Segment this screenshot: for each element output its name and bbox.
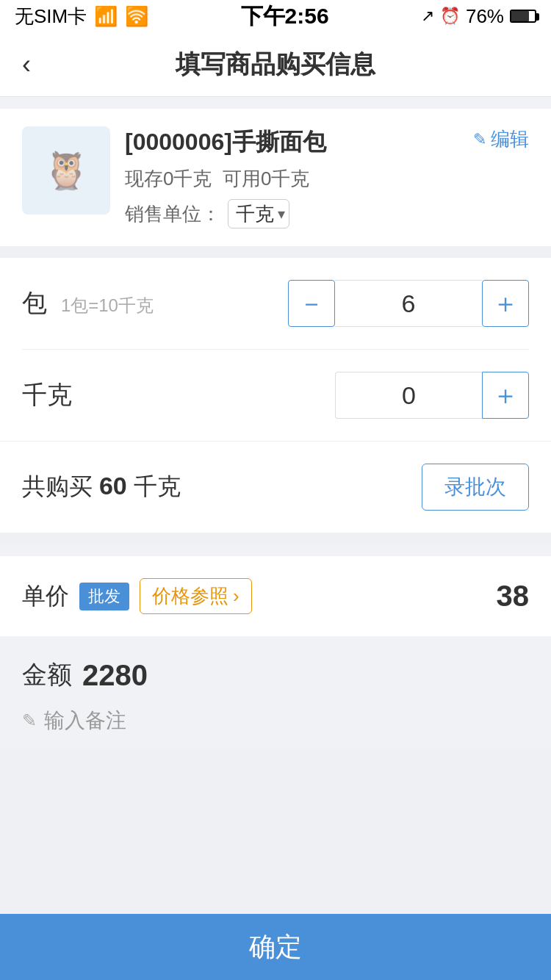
carrier-text: 无SIM卡 (15, 4, 87, 29)
back-button[interactable]: ‹ (22, 49, 31, 80)
price-value: 38 (497, 580, 530, 613)
edit-icon: ✎ (473, 130, 486, 149)
price-section: 单价 批发 价格参照 › 38 (0, 556, 551, 636)
bag-quantity-input[interactable] (335, 280, 482, 327)
price-ref-label: 价格参照 (152, 583, 228, 609)
product-image: 🦉 (22, 126, 110, 215)
amount-section: 金额 2280 ✎ 输入备注 (0, 636, 551, 749)
amount-label: 金额 (22, 658, 72, 692)
page-title: 填写商品购买信息 (176, 48, 375, 82)
kg-quantity-input[interactable] (335, 372, 482, 419)
product-name: [0000006]手撕面包 (125, 126, 529, 159)
battery-text: 76% (466, 5, 504, 28)
status-time: 下午2:56 (241, 1, 329, 32)
bag-hint: 1包=10千克 (61, 295, 154, 315)
kg-increment-button[interactable]: ＋ (482, 372, 529, 419)
nav-bar: ‹ 填写商品购买信息 (0, 32, 551, 97)
product-unit-row: 销售单位： 千克 包 (125, 199, 529, 228)
bag-decrement-button[interactable]: － (288, 280, 335, 327)
status-right: ↗ ⏰ 76% (421, 5, 536, 28)
product-card: 🦉 [0000006]手撕面包 现存0千克 可用0千克 销售单位： 千克 包 ✎… (0, 109, 551, 246)
unit-label: 销售单位： (125, 201, 220, 227)
record-batch-button[interactable]: 录批次 (422, 464, 529, 511)
wifi-icon: 🛜 (125, 5, 148, 28)
quantity-section: 包 1包=10千克 － ＋ 千克 ＋ (0, 258, 551, 441)
kg-quantity-row: 千克 ＋ (22, 350, 529, 441)
total-section: 共购买 60 千克 录批次 (0, 441, 551, 533)
total-label: 共购买 60 千克 (22, 473, 181, 500)
battery-icon (510, 10, 536, 23)
alarm-icon: ⏰ (440, 7, 460, 26)
confirm-button[interactable]: 确定 (0, 914, 551, 980)
product-stock: 现存0千克 可用0千克 (125, 166, 529, 192)
status-bar: 无SIM卡 📶 🛜 下午2:56 ↗ ⏰ 76% (0, 0, 551, 32)
kg-controls: ＋ (335, 372, 529, 419)
amount-row: 金额 2280 (22, 658, 529, 692)
unit-selector-wrap[interactable]: 千克 包 (228, 199, 289, 228)
unit-select[interactable]: 千克 包 (228, 199, 289, 228)
batch-badge: 批发 (79, 583, 129, 610)
confirm-label: 确定 (249, 929, 302, 965)
section-separator-2 (0, 533, 551, 544)
bag-increment-button[interactable]: ＋ (482, 280, 529, 327)
amount-value: 2280 (82, 659, 148, 692)
remark-placeholder: 输入备注 (44, 707, 126, 735)
product-info: [0000006]手撕面包 现存0千克 可用0千克 销售单位： 千克 包 (125, 126, 529, 228)
product-logo-icon: 🦉 (43, 149, 89, 192)
sim-icon: 📶 (94, 5, 118, 28)
price-ref-arrow-icon: › (233, 585, 240, 608)
kg-label: 千克 (22, 381, 72, 408)
edit-label: 编辑 (491, 126, 529, 152)
bag-controls: － ＋ (288, 280, 529, 327)
edit-button[interactable]: ✎ 编辑 (473, 126, 529, 152)
remark-edit-icon: ✎ (22, 710, 37, 731)
bag-quantity-row: 包 1包=10千克 － ＋ (22, 258, 529, 350)
bag-label-area: 包 1包=10千克 (22, 287, 154, 320)
status-left: 无SIM卡 📶 🛜 (15, 4, 148, 29)
price-label: 单价 (22, 580, 69, 613)
bag-label: 包 (22, 289, 47, 317)
price-left: 单价 批发 价格参照 › (22, 578, 252, 614)
price-reference-button[interactable]: 价格参照 › (140, 578, 252, 614)
section-separator-1 (0, 246, 551, 258)
kg-label-area: 千克 (22, 378, 72, 412)
location-icon: ↗ (421, 7, 434, 26)
total-label-area: 共购买 60 千克 (22, 471, 181, 503)
remark-row[interactable]: ✎ 输入备注 (22, 707, 529, 735)
